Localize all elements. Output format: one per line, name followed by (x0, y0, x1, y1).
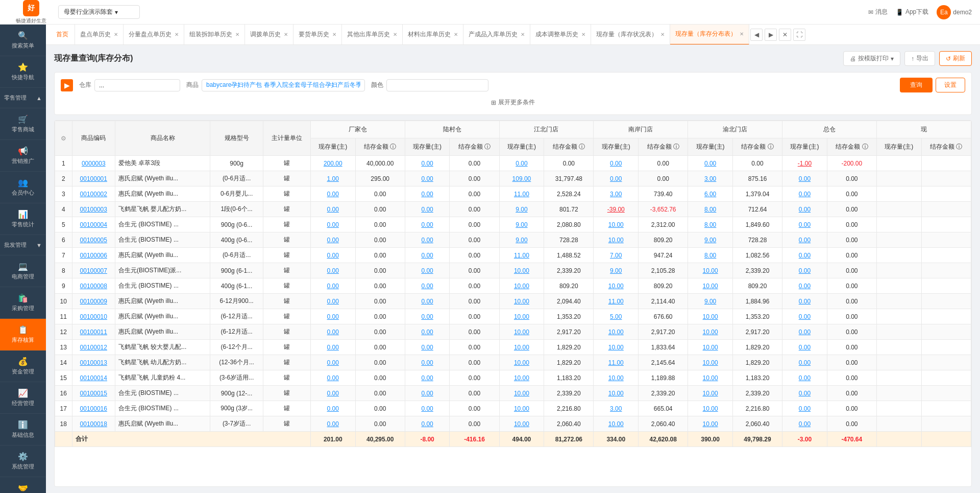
row-factory-qty[interactable]: 1.00 (310, 171, 355, 186)
row-nanan-qty[interactable]: -39.00 (594, 202, 639, 217)
row-yubei-qty[interactable]: 10.00 (688, 324, 733, 340)
row-lucun-qty[interactable]: 0.00 (405, 370, 450, 386)
sidebar-item-ecommerce[interactable]: 💻 电商管理 (0, 255, 46, 287)
row-factory-qty[interactable]: 0.00 (310, 370, 355, 386)
tab-transfer[interactable]: 调拨单历史 ✕ (245, 25, 293, 45)
row-nanan-qty[interactable]: 3.00 (594, 401, 639, 416)
product-input[interactable] (202, 79, 365, 91)
row-total-qty[interactable]: 0.00 (782, 401, 827, 416)
row-factory-qty[interactable]: 0.00 (310, 340, 355, 355)
row-code[interactable]: 00100014 (72, 370, 115, 386)
sidebar-item-member[interactable]: 👥 会员中心 (0, 172, 46, 203)
row-total-qty[interactable]: 0.00 (782, 232, 827, 248)
app-download-btn[interactable]: 📱 App下载 (896, 8, 928, 16)
sidebar-item-retail-stats[interactable]: 📊 零售统计 (0, 203, 46, 235)
tab-home[interactable]: 首页 (50, 25, 75, 45)
close-icon-3[interactable]: ✕ (284, 32, 288, 37)
warehouse-input[interactable] (94, 79, 180, 91)
row-factory-qty[interactable]: 0.00 (310, 309, 355, 324)
row-nanan-qty[interactable]: 9.00 (594, 263, 639, 278)
close-icon-1[interactable]: ✕ (175, 32, 179, 37)
row-nanan-qty[interactable]: 3.00 (594, 186, 639, 202)
sidebar-item-wholesale[interactable]: 批发管理 ▼ (0, 235, 46, 255)
row-factory-qty[interactable]: 0.00 (310, 217, 355, 232)
row-nanan-qty[interactable]: 7.00 (594, 248, 639, 263)
row-code[interactable]: 00100007 (72, 263, 115, 278)
row-code[interactable]: 00100008 (72, 278, 115, 294)
row-total-qty[interactable]: 0.00 (782, 416, 827, 432)
row-yubei-qty[interactable]: 6.00 (688, 186, 733, 202)
close-icon-8[interactable]: ✕ (581, 32, 585, 37)
sidebar-item-search[interactable]: 🔍 搜索英单 (0, 25, 46, 56)
row-nanan-qty[interactable]: 0.00 (594, 171, 639, 186)
row-lucun-qty[interactable]: 0.00 (405, 171, 450, 186)
row-jiangbei-qty[interactable]: 10.00 (499, 355, 544, 370)
row-jiangbei-qty[interactable]: 10.00 (499, 386, 544, 401)
tab-assemble[interactable]: 组装拆卸单历史 ✕ (184, 25, 245, 45)
row-nanan-qty[interactable]: 11.00 (594, 355, 639, 370)
row-jiangbei-qty[interactable]: 10.00 (499, 416, 544, 432)
sidebar-item-purchase[interactable]: 🛍️ 采购管理 (0, 287, 46, 319)
row-jiangbei-qty[interactable]: 10.00 (499, 263, 544, 278)
row-lucun-qty[interactable]: 0.00 (405, 416, 450, 432)
row-code[interactable]: 00100006 (72, 248, 115, 263)
row-jiangbei-qty[interactable]: 11.00 (499, 248, 544, 263)
row-yubei-qty[interactable]: 10.00 (688, 416, 733, 432)
row-factory-qty[interactable]: 0.00 (310, 386, 355, 401)
tab-next-btn[interactable]: ▶ (765, 29, 777, 41)
store-selector[interactable]: 母婴行业演示陈套 ▾ (58, 5, 140, 19)
row-lucun-qty[interactable]: 0.00 (405, 263, 450, 278)
row-factory-qty[interactable]: 0.00 (310, 202, 355, 217)
row-lucun-qty[interactable]: 0.00 (405, 217, 450, 232)
row-factory-qty[interactable]: 200.00 (310, 156, 355, 171)
close-icon-5[interactable]: ✕ (393, 32, 397, 37)
row-total-qty[interactable]: -1.00 (782, 156, 827, 171)
print-btn[interactable]: 🖨 按模版打印 ▾ (843, 51, 900, 66)
export-btn[interactable]: ↑ 导出 (904, 51, 935, 66)
row-total-qty[interactable]: 0.00 (782, 309, 827, 324)
row-nanan-qty[interactable]: 10.00 (594, 370, 639, 386)
tab-material-out[interactable]: 材料出库单历史 ✕ (403, 25, 463, 45)
row-factory-qty[interactable]: 0.00 (310, 401, 355, 416)
tab-inventory-check[interactable]: 盘点单历史 ✕ (75, 25, 124, 45)
row-jiangbei-qty[interactable]: 10.00 (499, 340, 544, 355)
row-lucun-qty[interactable]: 0.00 (405, 355, 450, 370)
row-code[interactable]: 00100003 (72, 202, 115, 217)
row-lucun-qty[interactable]: 0.00 (405, 340, 450, 355)
row-total-qty[interactable]: 0.00 (782, 263, 827, 278)
row-lucun-qty[interactable]: 0.00 (405, 156, 450, 171)
row-code[interactable]: 00100015 (72, 386, 115, 401)
row-jiangbei-qty[interactable]: 10.00 (499, 294, 544, 309)
row-jiangbei-qty[interactable]: 9.00 (499, 232, 544, 248)
row-total-qty[interactable]: 0.00 (782, 324, 827, 340)
tab-finished-in[interactable]: 产成品入库单历史 ✕ (463, 25, 530, 45)
row-nanan-qty[interactable]: 10.00 (594, 386, 639, 401)
close-icon-7[interactable]: ✕ (521, 32, 525, 37)
row-code[interactable]: 0000003 (72, 156, 115, 171)
sidebar-item-retail-mgmt[interactable]: 零售管理 ▲ (0, 88, 46, 108)
row-yubei-qty[interactable]: 9.00 (688, 294, 733, 309)
row-code[interactable]: 00100005 (72, 232, 115, 248)
row-code[interactable]: 00100016 (72, 401, 115, 416)
row-total-qty[interactable]: 0.00 (782, 217, 827, 232)
row-yubei-qty[interactable]: 10.00 (688, 278, 733, 294)
row-yubei-qty[interactable]: 10.00 (688, 309, 733, 324)
row-yubei-qty[interactable]: 10.00 (688, 263, 733, 278)
close-icon-10[interactable]: ✕ (740, 31, 744, 37)
row-factory-qty[interactable]: 0.00 (310, 324, 355, 340)
row-total-qty[interactable]: 0.00 (782, 248, 827, 263)
row-yubei-qty[interactable]: 9.00 (688, 232, 733, 248)
row-factory-qty[interactable]: 0.00 (310, 248, 355, 263)
tab-stock-dist[interactable]: 现存量（库存分布表） ✕ (670, 25, 749, 45)
row-nanan-qty[interactable]: 11.00 (594, 294, 639, 309)
row-lucun-qty[interactable]: 0.00 (405, 386, 450, 401)
row-code[interactable]: 00100004 (72, 217, 115, 232)
row-lucun-qty[interactable]: 0.00 (405, 294, 450, 309)
sidebar-item-collab[interactable]: 🤝 企业协同 (0, 477, 46, 493)
row-jiangbei-qty[interactable]: 109.00 (499, 171, 544, 186)
filter-toggle-btn[interactable]: ▶ (61, 79, 73, 91)
row-lucun-qty[interactable]: 0.00 (405, 232, 450, 248)
row-total-qty[interactable]: 0.00 (782, 278, 827, 294)
sidebar-item-system[interactable]: ⚙️ 系统管理 (0, 445, 46, 477)
row-yubei-qty[interactable]: 8.00 (688, 202, 733, 217)
